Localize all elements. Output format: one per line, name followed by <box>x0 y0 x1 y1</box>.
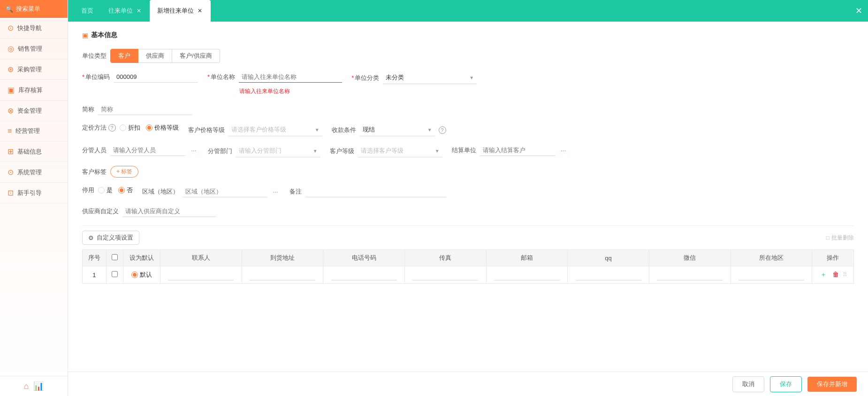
payment-condition-dropdown[interactable]: 现结 ▼ <box>360 124 435 136</box>
row-checkbox[interactable] <box>112 271 118 277</box>
manager-field: 分管人员 ··· <box>82 145 198 156</box>
unit-category-dropdown[interactable]: 未分类 ▼ <box>383 71 477 84</box>
payment-condition-arrow: ▼ <box>427 127 432 132</box>
region-input[interactable] <box>183 186 267 197</box>
department-dropdown[interactable]: 请输入分管部门 ▼ <box>236 145 320 157</box>
table-header: 序号 设为默认 联系人 到货地址 电话号码 传真 邮箱 qq 微信 所在地区 操… <box>83 250 854 266</box>
region-label: 区域（地区） <box>142 187 179 196</box>
unit-code-input[interactable] <box>114 71 198 83</box>
sidebar-item-purchase[interactable]: ⊛ 采购管理 <box>0 59 68 80</box>
fax-input[interactable] <box>412 269 478 280</box>
unit-name-input[interactable] <box>239 71 342 83</box>
col-wechat: 微信 <box>649 250 731 266</box>
col-email: 邮箱 <box>486 250 568 266</box>
manager-more-btn[interactable]: ··· <box>189 147 198 154</box>
add-tag-btn[interactable]: + 标签 <box>110 166 138 178</box>
sidebar-item-guide[interactable]: ⊡ 新手引导 <box>0 183 68 203</box>
sidebar-item-label: 新手引导 <box>17 189 42 197</box>
radio-price-level[interactable]: 价格等级 <box>146 124 179 132</box>
phone-input[interactable] <box>331 269 397 280</box>
unit-type-customer-btn[interactable]: 客户 <box>110 49 138 63</box>
radio-discount[interactable]: 折扣 <box>120 124 140 132</box>
short-name-input[interactable] <box>98 104 192 115</box>
customer-level-dropdown[interactable]: 请选择客户等级 ▼ <box>358 145 442 157</box>
chart-bottom-icon[interactable]: 📊 <box>33 381 44 391</box>
tab-bar-close-btn[interactable]: ✕ <box>855 6 862 16</box>
customer-price-level-dropdown[interactable]: 请选择客户价格等级 ▼ <box>228 124 322 136</box>
col-phone: 电话号码 <box>323 250 405 266</box>
department-label: 分管部门 <box>208 147 232 155</box>
home-bottom-icon[interactable]: ⌂ <box>24 381 29 391</box>
save-button[interactable]: 保存 <box>770 376 802 392</box>
remark-input[interactable] <box>305 186 446 197</box>
unit-type-both-btn[interactable]: 客户/供应商 <box>172 49 220 63</box>
add-row-btn[interactable]: ＋ <box>818 270 829 280</box>
tab-new-partner[interactable]: 新增往来单位 ✕ <box>150 0 211 22</box>
disabled-radio-group: 是 否 <box>98 186 133 194</box>
supplier-custom-input[interactable] <box>122 206 216 217</box>
drag-handle[interactable]: ⠿ <box>843 271 847 278</box>
row-contact <box>160 266 242 284</box>
pricing-help-icon[interactable]: ? <box>108 124 116 132</box>
supplier-custom-label: 供应商自定义 <box>82 207 119 216</box>
customer-level-field: 客户等级 请选择客户等级 ▼ <box>330 145 442 157</box>
inventory-icon: ▣ <box>8 85 15 94</box>
unit-type-field: 单位类型 客户 供应商 客户/供应商 <box>82 49 220 63</box>
quick-nav-icon: ⊙ <box>8 23 14 32</box>
pricing-method-label: 定价方法 ? <box>82 124 116 132</box>
department-field: 分管部门 请输入分管部门 ▼ <box>208 145 320 157</box>
select-all-checkbox[interactable] <box>112 254 118 260</box>
sidebar-item-finance[interactable]: ⊗ 资金管理 <box>0 101 68 121</box>
wechat-input[interactable] <box>657 269 723 280</box>
sidebar-item-label: 库存核算 <box>18 86 43 94</box>
tab-partners[interactable]: 往来单位 ✕ <box>101 0 150 22</box>
settlement-unit-field: 结算单位 ··· <box>452 145 568 156</box>
department-placeholder: 请输入分管部门 <box>239 147 311 155</box>
sidebar: 🔍 搜索菜单 ⊙ 快捷导航 ◎ 销售管理 ⊛ 采购管理 ▣ 库存核算 ⊗ 资金管… <box>0 0 68 396</box>
customer-level-label: 客户等级 <box>330 147 354 155</box>
sidebar-item-operation[interactable]: ≡ 经营管理 <box>0 121 68 141</box>
settlement-more-btn[interactable]: ··· <box>559 147 568 154</box>
save-add-button[interactable]: 保存并新增 <box>807 377 857 392</box>
region-more-btn[interactable]: ··· <box>271 188 280 195</box>
tab-bar: 首页 往来单位 ✕ 新增往来单位 ✕ ✕ <box>68 0 868 22</box>
manager-input[interactable] <box>110 145 185 156</box>
short-name-label: 简称 <box>82 105 94 114</box>
row-region-input[interactable] <box>739 269 804 280</box>
cancel-button[interactable]: 取消 <box>732 376 764 392</box>
main-area: 首页 往来单位 ✕ 新增往来单位 ✕ ✕ ▣ 基本信息 单位类型 客户 供应商 … <box>68 0 868 396</box>
qq-input[interactable] <box>576 269 641 280</box>
tab-new-partner-label: 新增往来单位 <box>157 7 194 15</box>
col-fax: 传真 <box>405 250 487 266</box>
radio-yes-label: 是 <box>107 186 113 194</box>
sidebar-item-base[interactable]: ⊞ 基础信息 <box>0 141 68 162</box>
row-default-circle <box>131 272 138 278</box>
sidebar-item-system[interactable]: ⊙ 系统管理 <box>0 162 68 183</box>
col-checkbox <box>106 250 123 266</box>
batch-delete-btn[interactable]: □ 批量删除 <box>826 234 854 242</box>
contact-input[interactable] <box>168 269 234 280</box>
finance-icon: ⊗ <box>8 106 14 115</box>
row-default-radio[interactable]: 默认 <box>128 271 155 279</box>
sidebar-item-quick-nav[interactable]: ⊙ 快捷导航 <box>0 18 68 39</box>
custom-settings-btn[interactable]: ⚙ 自定义项设置 <box>82 231 139 245</box>
sidebar-search[interactable]: 🔍 搜索菜单 <box>0 0 68 18</box>
unit-type-row: 单位类型 客户 供应商 客户/供应商 <box>82 49 854 63</box>
delete-row-btn[interactable]: 🗑 <box>830 270 841 279</box>
email-input[interactable] <box>494 269 560 280</box>
sidebar-item-sales[interactable]: ◎ 销售管理 <box>0 39 68 59</box>
unit-type-supplier-btn[interactable]: 供应商 <box>138 49 172 63</box>
row-fax <box>405 266 487 284</box>
tab-home[interactable]: 首页 <box>74 0 101 22</box>
radio-yes[interactable]: 是 <box>98 186 113 194</box>
radio-no[interactable]: 否 <box>118 186 133 194</box>
tab-new-partner-close[interactable]: ✕ <box>197 7 203 15</box>
supplier-custom-row: 供应商自定义 <box>82 206 854 217</box>
settlement-unit-input[interactable] <box>480 145 555 156</box>
address-input[interactable] <box>250 269 315 280</box>
payment-help-icon[interactable]: ? <box>439 126 446 134</box>
sidebar-item-inventory[interactable]: ▣ 库存核算 <box>0 80 68 101</box>
tab-partners-close[interactable]: ✕ <box>136 7 142 15</box>
unit-category-field: *单位分类 未分类 ▼ <box>351 71 477 84</box>
customer-price-level-placeholder: 请选择客户价格等级 <box>231 125 313 134</box>
